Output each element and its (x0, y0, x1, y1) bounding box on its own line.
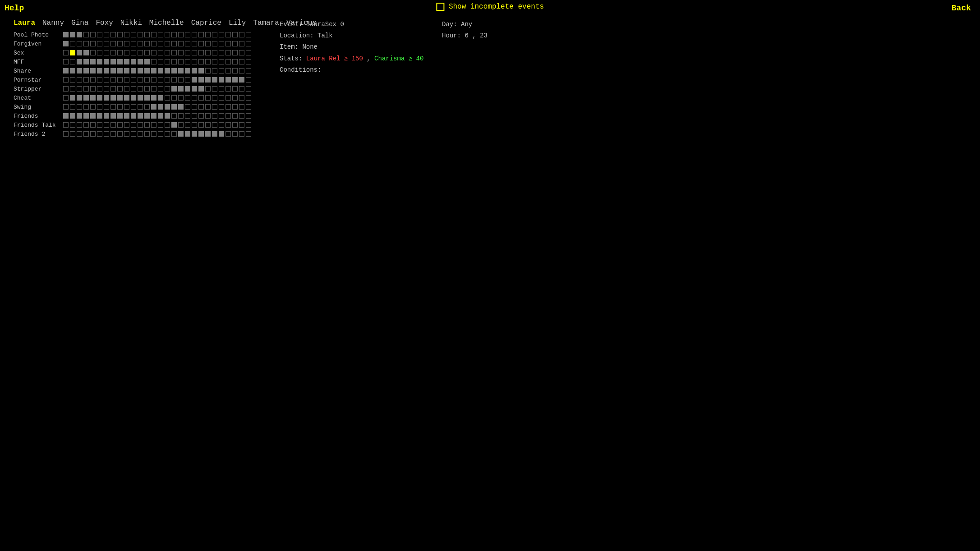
dot[interactable] (205, 68, 211, 73)
dot[interactable] (124, 68, 129, 73)
dot[interactable] (212, 113, 217, 119)
dot[interactable] (158, 59, 163, 64)
dot[interactable] (212, 131, 217, 137)
dot[interactable] (151, 32, 156, 37)
dot[interactable] (225, 50, 231, 55)
dot[interactable] (225, 95, 231, 101)
dot[interactable] (178, 50, 184, 55)
dot[interactable] (239, 50, 244, 55)
dot[interactable] (77, 68, 82, 73)
dot[interactable] (219, 41, 224, 46)
dot[interactable] (158, 68, 163, 73)
dot[interactable] (178, 77, 184, 83)
dot[interactable] (63, 122, 69, 128)
dot[interactable] (151, 95, 156, 101)
dot[interactable] (124, 32, 129, 37)
dot[interactable] (219, 50, 224, 55)
dot[interactable] (83, 77, 89, 83)
dot[interactable] (110, 41, 116, 46)
dot[interactable] (124, 41, 129, 46)
dot[interactable] (165, 113, 170, 119)
dot[interactable] (110, 122, 116, 128)
dot[interactable] (205, 86, 211, 92)
dot[interactable] (246, 50, 251, 55)
dot[interactable] (151, 41, 156, 46)
dot[interactable] (225, 68, 231, 73)
dot[interactable] (192, 122, 197, 128)
dot[interactable] (63, 32, 69, 37)
dot[interactable] (205, 32, 211, 37)
dot[interactable] (144, 131, 150, 137)
dot[interactable] (104, 86, 109, 92)
dot[interactable] (124, 77, 129, 83)
dot[interactable] (205, 131, 211, 137)
dot[interactable] (97, 104, 102, 110)
dot[interactable] (104, 113, 109, 119)
dot[interactable] (144, 104, 150, 110)
dot[interactable] (117, 68, 123, 73)
dot[interactable] (219, 95, 224, 101)
dot[interactable] (151, 131, 156, 137)
dot[interactable] (124, 113, 129, 119)
dot[interactable] (185, 59, 190, 64)
dot[interactable] (124, 95, 129, 101)
dot[interactable] (83, 59, 89, 64)
dot[interactable] (171, 104, 177, 110)
dot[interactable] (90, 50, 96, 55)
dot[interactable] (158, 104, 163, 110)
dot[interactable] (138, 68, 143, 73)
dot[interactable] (70, 41, 75, 46)
dot[interactable] (97, 50, 102, 55)
dot[interactable] (178, 104, 184, 110)
dot[interactable] (246, 104, 251, 110)
dot[interactable] (124, 59, 129, 64)
dot[interactable] (192, 68, 197, 73)
dot[interactable] (198, 50, 204, 55)
dot[interactable] (178, 113, 184, 119)
dot[interactable] (144, 95, 150, 101)
dot[interactable] (205, 122, 211, 128)
dot[interactable] (151, 59, 156, 64)
dot[interactable] (104, 131, 109, 137)
back-button[interactable]: Back (952, 4, 971, 13)
dot[interactable] (212, 77, 217, 83)
dot[interactable] (219, 122, 224, 128)
dot[interactable] (83, 41, 89, 46)
dot[interactable] (63, 68, 69, 73)
dot[interactable] (83, 104, 89, 110)
dot[interactable] (165, 95, 170, 101)
dot[interactable] (110, 50, 116, 55)
dot[interactable] (151, 68, 156, 73)
dot[interactable] (97, 32, 102, 37)
dot[interactable] (104, 32, 109, 37)
dot[interactable] (131, 104, 136, 110)
dot[interactable] (246, 77, 251, 83)
dot[interactable] (198, 113, 204, 119)
dot[interactable] (70, 50, 75, 55)
dot[interactable] (192, 95, 197, 101)
dot[interactable] (246, 95, 251, 101)
dot[interactable] (144, 32, 150, 37)
dot[interactable] (165, 32, 170, 37)
dot[interactable] (97, 95, 102, 101)
dot[interactable] (117, 113, 123, 119)
dot[interactable] (138, 41, 143, 46)
dot[interactable] (232, 68, 238, 73)
dot[interactable] (239, 95, 244, 101)
dot[interactable] (151, 122, 156, 128)
dot[interactable] (198, 122, 204, 128)
dot[interactable] (104, 50, 109, 55)
dot[interactable] (97, 77, 102, 83)
dot[interactable] (110, 32, 116, 37)
dot[interactable] (131, 86, 136, 92)
dot[interactable] (63, 41, 69, 46)
dot[interactable] (185, 68, 190, 73)
incomplete-checkbox[interactable] (436, 3, 444, 11)
dot[interactable] (70, 68, 75, 73)
dot[interactable] (104, 68, 109, 73)
dot[interactable] (198, 131, 204, 137)
dot[interactable] (239, 131, 244, 137)
dot[interactable] (165, 131, 170, 137)
dot[interactable] (131, 131, 136, 137)
dot[interactable] (232, 77, 238, 83)
